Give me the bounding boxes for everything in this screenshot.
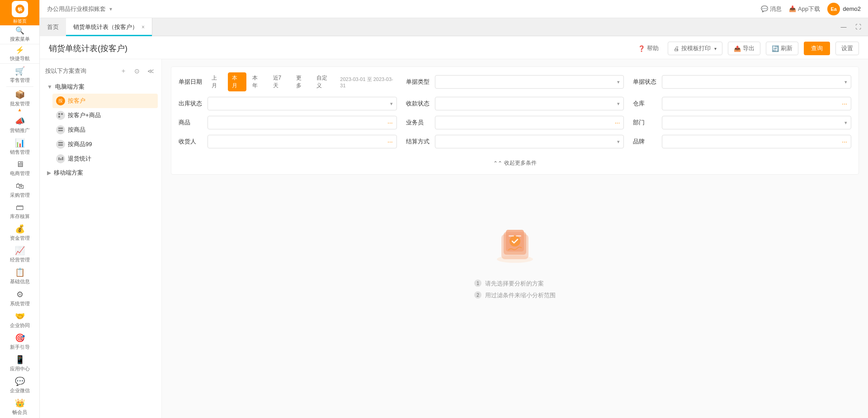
app-download-button[interactable]: 📥 App下载 bbox=[789, 5, 820, 13]
date-range-text: 2023-03-01 至 2023-03-31 bbox=[340, 76, 396, 88]
tree-item-by-customer-goods[interactable]: 按客户+商品 bbox=[52, 108, 158, 123]
warehouse-select[interactable]: ··· bbox=[662, 97, 851, 110]
sidebar-item-retail[interactable]: 🛒 零售管理 bbox=[0, 64, 40, 86]
svg-rect-7 bbox=[58, 142, 63, 143]
empty-tip-1: 1 请先选择要分析的方案 bbox=[474, 280, 556, 288]
print-button[interactable]: 🖨 按模板打印 ▾ bbox=[668, 42, 722, 55]
sidebar-item-quicknav[interactable]: ⚡ 快捷导航 bbox=[0, 44, 40, 64]
enterprise-label: 企业协同 bbox=[10, 322, 30, 329]
tree-desktop-parent[interactable]: ▼ 电脑端方案 bbox=[43, 80, 158, 94]
goods-filter-label: 商品 bbox=[179, 119, 204, 127]
sidebar-item-wholesale[interactable]: 📦 批发管理 ▲ bbox=[0, 88, 40, 114]
warehouse-dots-icon[interactable]: ··· bbox=[842, 100, 847, 107]
doc-status-label: 单据状态 bbox=[633, 78, 658, 86]
query-button[interactable]: 查询 bbox=[804, 42, 830, 55]
receiver-label: 收货人 bbox=[179, 138, 204, 146]
help-label: 帮助 bbox=[647, 44, 659, 52]
sidebar-item-search[interactable]: 🔍 搜索菜单 bbox=[0, 25, 40, 45]
brand-dots-icon[interactable]: ··· bbox=[842, 138, 847, 145]
settlement-select[interactable]: ▾ bbox=[435, 135, 624, 148]
date-btn-this-year[interactable]: 本年 bbox=[248, 72, 267, 91]
tab-maximize-button[interactable]: ⛶ bbox=[852, 21, 864, 33]
receiver-select[interactable]: ··· bbox=[208, 135, 397, 148]
goods-dots-icon[interactable]: ··· bbox=[387, 119, 393, 126]
retail-label: 零售管理 bbox=[10, 77, 30, 84]
tree-item-by-customer[interactable]: 按 按客户 bbox=[52, 94, 158, 108]
sidebar-item-wechat[interactable]: 💬 企业微信 bbox=[0, 375, 40, 396]
export-button[interactable]: 📤 导出 bbox=[728, 42, 760, 55]
goods99-label: 按商品99 bbox=[68, 140, 92, 148]
salesperson-dots-icon[interactable]: ··· bbox=[615, 119, 620, 126]
filter-row-4: 收货人 ··· 结算方式 ▾ bbox=[179, 135, 851, 148]
tree-item-by-goods[interactable]: 按商品 bbox=[52, 123, 158, 137]
sidebar-item-operations[interactable]: 📈 经营管理 bbox=[0, 244, 40, 266]
marketing-icon: 📣 bbox=[15, 116, 25, 126]
sidebar-item-sales[interactable]: 📊 销售管理 bbox=[0, 136, 40, 158]
sidebar-item-marketing[interactable]: 📣 营销推广 bbox=[0, 114, 40, 136]
collapse-button[interactable]: ⌃⌃ 收起更多条件 bbox=[488, 157, 542, 169]
sidebar-item-enterprise[interactable]: 🤝 企业协同 bbox=[0, 309, 40, 331]
date-btn-more[interactable]: 更多 bbox=[292, 72, 311, 91]
sidebar-item-basic[interactable]: 📋 基础信息 bbox=[0, 266, 40, 287]
sidebar-item-ecommerce[interactable]: 🖥 电商管理 bbox=[0, 158, 40, 179]
tab-home[interactable]: 首页 bbox=[40, 18, 66, 36]
sidebar-item-appcenter[interactable]: 📱 应用中心 bbox=[0, 352, 40, 374]
message-button[interactable]: 💬 消息 bbox=[761, 5, 782, 13]
filter-receipt-status: 收款状态 ▾ bbox=[406, 97, 624, 110]
tab-bar-actions: — ⛶ bbox=[837, 21, 868, 33]
doc-type-select[interactable]: ▾ bbox=[435, 75, 624, 89]
tip-num-2: 2 bbox=[474, 291, 481, 299]
date-btn-7days[interactable]: 近7天 bbox=[269, 72, 291, 91]
tip-text-1: 请先选择要分析的方案 bbox=[485, 280, 544, 288]
tab-close-button[interactable]: × bbox=[142, 24, 145, 30]
sidebar-item-newbie[interactable]: 🎯 新手引导 bbox=[0, 331, 40, 352]
out-status-select[interactable]: ▾ bbox=[208, 97, 397, 110]
dept-arrow-icon: ▾ bbox=[844, 120, 847, 126]
receiver-dots-icon[interactable]: ··· bbox=[387, 138, 393, 145]
tab-active-indicator bbox=[66, 35, 152, 36]
add-scheme-button[interactable]: ＋ bbox=[118, 66, 129, 76]
date-group: 上月 本月 本年 近7天 更多 自定义 2023-03-01 至 2023-03… bbox=[208, 72, 397, 91]
filter-date: 单据日期 上月 本月 本年 近7天 更多 自定义 2023-03-01 至 20… bbox=[179, 72, 397, 91]
doc-status-arrow-icon: ▾ bbox=[844, 79, 847, 85]
enterprise-icon: 🤝 bbox=[15, 311, 25, 321]
system-icon: ⚙ bbox=[16, 290, 24, 299]
dept-select[interactable]: ▾ bbox=[662, 116, 851, 129]
sidebar-item-finance[interactable]: 💰 资金管理 bbox=[0, 222, 40, 244]
date-btn-this-month[interactable]: 本月 bbox=[228, 72, 246, 91]
tab-minimize-button[interactable]: — bbox=[837, 21, 850, 33]
tree-item-by-goods99[interactable]: 按商品99 bbox=[52, 137, 158, 152]
brand-select[interactable]: ··· bbox=[662, 135, 851, 148]
sidebar-item-system[interactable]: ⚙ 系统管理 bbox=[0, 287, 40, 309]
filter-actions-row: ⌃⌃ 收起更多条件 bbox=[179, 154, 851, 169]
receipt-status-select[interactable]: ▾ bbox=[435, 97, 624, 110]
date-btn-last-month[interactable]: 上月 bbox=[208, 72, 226, 91]
filter-settlement: 结算方式 ▾ bbox=[406, 135, 624, 148]
inventory-label: 库存核算 bbox=[10, 213, 30, 220]
ecommerce-icon: 🖥 bbox=[16, 160, 24, 169]
print-arrow-icon: ▾ bbox=[714, 46, 717, 51]
sidebar-item-purchase[interactable]: 🛍 采购管理 bbox=[0, 179, 40, 200]
edit-scheme-button[interactable]: ⊙ bbox=[132, 66, 142, 76]
settings-button[interactable]: 设置 bbox=[835, 42, 859, 55]
dropdown-arrow-icon[interactable]: ▾ bbox=[109, 6, 112, 12]
search-menu-label: 搜索菜单 bbox=[10, 36, 30, 43]
empty-tip-2: 2 用过滤条件来缩小分析范围 bbox=[474, 291, 556, 299]
app-logo[interactable]: 畅 标签页 bbox=[0, 0, 40, 25]
user-profile[interactable]: Ea demo2 bbox=[827, 3, 861, 15]
doc-status-select[interactable]: ▾ bbox=[662, 75, 851, 89]
date-btn-custom[interactable]: 自定义 bbox=[312, 72, 336, 91]
tree-mobile-parent[interactable]: ▶ 移动端方案 bbox=[43, 166, 158, 180]
tree-item-return-stats[interactable]: 退货统计 bbox=[52, 152, 158, 166]
empty-icon bbox=[488, 216, 542, 271]
tab-sales-stats[interactable]: 销货单统计表（按客户） × bbox=[66, 18, 152, 36]
sidebar-item-member[interactable]: 👑 畅会员 bbox=[0, 396, 40, 418]
sidebar-item-inventory[interactable]: 🗃 库存核算 bbox=[0, 200, 40, 222]
salesperson-select[interactable]: ··· bbox=[435, 116, 624, 129]
help-button[interactable]: ❓ 帮助 bbox=[634, 43, 662, 54]
goods-select[interactable]: ··· bbox=[208, 116, 397, 129]
page-header: 销货单统计表(按客户) ❓ 帮助 🖨 按模板打印 ▾ 📤 导出 🔄 刷新 bbox=[40, 36, 868, 59]
collapse-panel-button[interactable]: ≪ bbox=[145, 66, 156, 76]
filter-doc-type: 单据类型 ▾ bbox=[406, 75, 624, 89]
refresh-button[interactable]: 🔄 刷新 bbox=[766, 42, 798, 55]
